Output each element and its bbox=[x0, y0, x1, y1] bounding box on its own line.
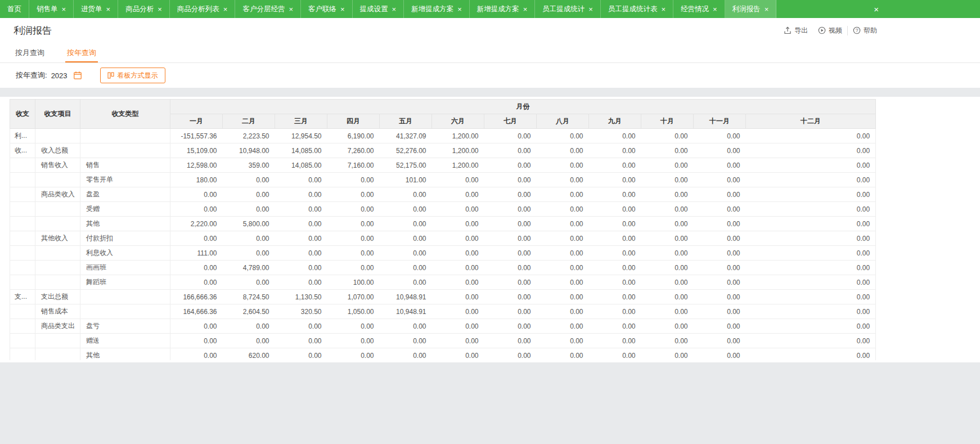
help-button[interactable]: ? 帮助 bbox=[847, 26, 882, 35]
income-expense-cell bbox=[10, 158, 35, 173]
value-cell: 0.00 bbox=[641, 158, 694, 173]
nav-tab[interactable]: 首页 bbox=[0, 0, 29, 18]
export-button[interactable]: 导出 bbox=[779, 26, 813, 35]
value-cell: 0.00 bbox=[484, 304, 537, 319]
income-expense-cell: 支... bbox=[10, 290, 35, 304]
tab-close-icon[interactable]: × bbox=[340, 6, 345, 13]
value-cell: 0.00 bbox=[432, 319, 484, 334]
item-cell: 销售收入 bbox=[35, 158, 80, 173]
nav-tab-label: 新增提成方案 bbox=[411, 5, 453, 14]
tab-close-icon[interactable]: × bbox=[62, 6, 66, 13]
year-value[interactable]: 2023 bbox=[51, 71, 68, 80]
value-cell: 0.00 bbox=[694, 348, 746, 361]
title-bar: 利润报告 导出 视频 ? 帮助 bbox=[0, 18, 980, 43]
value-cell: 0.00 bbox=[275, 231, 327, 246]
calendar-icon[interactable] bbox=[73, 71, 82, 80]
value-cell: 0.00 bbox=[694, 231, 746, 246]
table-row: 商品类支出盘亏0.000.000.000.000.000.000.000.000… bbox=[10, 319, 876, 334]
value-cell: 0.00 bbox=[275, 319, 327, 334]
nav-tab[interactable]: 新增提成方案× bbox=[404, 0, 470, 18]
nav-tab-list: 首页销售单×进货单×商品分析×商品分析列表×客户分层经营×客户联络×提成设置×新… bbox=[0, 0, 776, 18]
value-cell: 2,604.50 bbox=[223, 304, 275, 319]
value-cell: 0.00 bbox=[432, 334, 484, 348]
value-cell: 0.00 bbox=[746, 319, 876, 334]
value-cell: 10,948.91 bbox=[380, 290, 432, 304]
value-cell: 0.00 bbox=[223, 202, 275, 217]
value-cell: 0.00 bbox=[589, 143, 641, 158]
tab-close-icon[interactable]: × bbox=[158, 6, 162, 13]
tab-close-icon[interactable]: × bbox=[392, 6, 397, 13]
table-row: 其他0.00620.000.000.000.000.000.000.000.00… bbox=[10, 348, 876, 361]
type-cell: 画画班 bbox=[80, 261, 170, 275]
nav-tab[interactable]: 销售单× bbox=[29, 0, 74, 18]
item-cell bbox=[35, 173, 80, 187]
tab-close-icon[interactable]: × bbox=[661, 6, 666, 13]
tab-close-icon[interactable]: × bbox=[765, 6, 769, 13]
value-cell: 1,050.00 bbox=[327, 304, 380, 319]
value-cell: 0.00 bbox=[641, 261, 694, 275]
report-table-container[interactable]: 收支 收支项目 收支类型 月份 一月二月三月四月五月六月七月八月九月十月十一月十… bbox=[10, 99, 970, 360]
value-cell: 101.00 bbox=[380, 173, 432, 187]
tab-close-icon[interactable]: × bbox=[713, 6, 717, 13]
tab-yearly-query[interactable]: 按年查询 bbox=[65, 44, 98, 62]
nav-tab[interactable]: 提成设置× bbox=[353, 0, 404, 18]
value-cell: 0.00 bbox=[432, 304, 484, 319]
value-cell: 0.00 bbox=[432, 275, 484, 290]
tab-close-icon[interactable]: × bbox=[106, 6, 111, 13]
tab-strip-close-icon[interactable]: × bbox=[874, 0, 879, 18]
value-cell: 0.00 bbox=[746, 246, 876, 261]
value-cell: 0.00 bbox=[537, 246, 589, 261]
value-cell: 2,220.00 bbox=[170, 217, 223, 231]
value-cell: 0.00 bbox=[432, 348, 484, 361]
tab-close-icon[interactable]: × bbox=[523, 6, 528, 13]
value-cell: 52,276.00 bbox=[380, 143, 432, 158]
nav-tab[interactable]: 员工提成统计× bbox=[535, 0, 601, 18]
nav-tab[interactable]: 客户分层经营× bbox=[235, 0, 301, 18]
value-cell: 0.00 bbox=[484, 202, 537, 217]
nav-tab[interactable]: 经营情况× bbox=[673, 0, 725, 18]
tab-close-icon[interactable]: × bbox=[223, 6, 228, 13]
video-label: 视频 bbox=[829, 26, 842, 35]
month-column-header: 十二月 bbox=[746, 114, 876, 129]
value-cell: 1,200.00 bbox=[432, 143, 484, 158]
value-cell: 0.00 bbox=[223, 246, 275, 261]
value-cell: 41,327.09 bbox=[380, 129, 432, 143]
filter-bar: 按年查询: 2023 看板方式显示 bbox=[0, 63, 980, 88]
value-cell: 111.00 bbox=[170, 246, 223, 261]
tab-close-icon[interactable]: × bbox=[588, 6, 593, 13]
col-header-income-expense: 收支 bbox=[10, 100, 35, 129]
nav-tab[interactable]: 员工提成统计表× bbox=[601, 0, 673, 18]
nav-tab[interactable]: 新增提成方案× bbox=[470, 0, 536, 18]
value-cell: 0.00 bbox=[484, 290, 537, 304]
nav-tab[interactable]: 进货单× bbox=[74, 0, 118, 18]
nav-tab[interactable]: 商品分析列表× bbox=[170, 0, 236, 18]
board-view-button[interactable]: 看板方式显示 bbox=[100, 68, 165, 83]
value-cell: 166,666.36 bbox=[170, 290, 223, 304]
tab-close-icon[interactable]: × bbox=[457, 6, 462, 13]
tab-monthly-query[interactable]: 按月查询 bbox=[14, 44, 46, 62]
table-row: 其他2,220.005,800.000.000.000.000.000.000.… bbox=[10, 217, 876, 231]
value-cell: 7,260.00 bbox=[327, 143, 380, 158]
nav-tab[interactable]: 客户联络× bbox=[301, 0, 353, 18]
value-cell: 0.00 bbox=[537, 231, 589, 246]
value-cell: 0.00 bbox=[694, 334, 746, 348]
income-expense-cell bbox=[10, 261, 35, 275]
value-cell: 0.00 bbox=[223, 231, 275, 246]
value-cell: 0.00 bbox=[537, 217, 589, 231]
value-cell: 620.00 bbox=[223, 348, 275, 361]
month-column-header: 一月 bbox=[170, 114, 223, 129]
item-cell bbox=[35, 217, 80, 231]
value-cell: 0.00 bbox=[275, 217, 327, 231]
value-cell: 0.00 bbox=[746, 217, 876, 231]
nav-tab[interactable]: 利润报告× bbox=[725, 0, 777, 18]
type-cell: 付款折扣 bbox=[80, 231, 170, 246]
video-button[interactable]: 视频 bbox=[813, 26, 847, 35]
type-cell: 盘亏 bbox=[80, 319, 170, 334]
month-column-header: 二月 bbox=[223, 114, 275, 129]
value-cell: 0.00 bbox=[694, 158, 746, 173]
value-cell: 0.00 bbox=[537, 143, 589, 158]
value-cell: 0.00 bbox=[537, 173, 589, 187]
tab-close-icon[interactable]: × bbox=[289, 6, 293, 13]
nav-tab[interactable]: 商品分析× bbox=[118, 0, 170, 18]
income-expense-cell: 利... bbox=[10, 129, 35, 143]
